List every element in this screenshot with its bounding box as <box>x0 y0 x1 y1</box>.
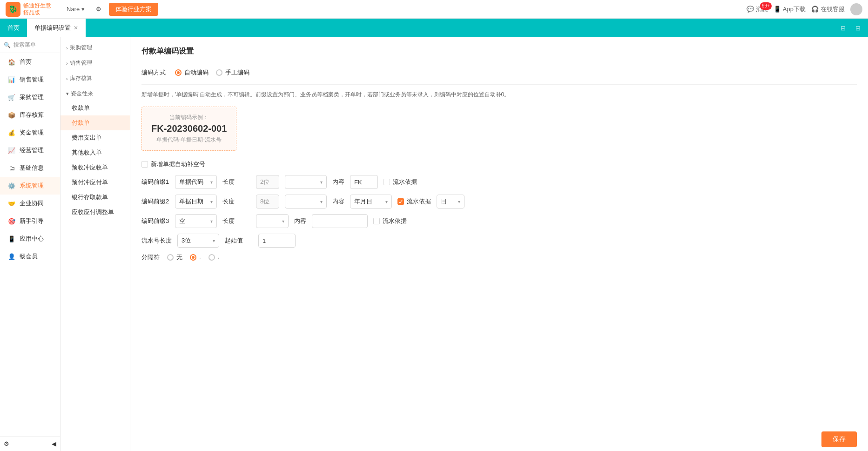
separator-dot-radio-circle <box>190 254 196 261</box>
serial-length-select[interactable]: 3位 <box>177 234 219 248</box>
sub-group-capital-header[interactable]: ▾ 资金往来 <box>61 87 130 101</box>
auto-encode-radio[interactable]: 自动编码 <box>175 68 209 77</box>
trial-button[interactable]: 体验行业方案 <box>109 3 158 16</box>
sub-group-purchase-header[interactable]: › 采购管理 <box>61 41 130 54</box>
sub-item-other-income[interactable]: 其他收入单 <box>61 145 130 160</box>
company-selector[interactable]: Nare <box>63 4 88 14</box>
length1-unit-select[interactable] <box>285 175 327 189</box>
separator-dot-radio[interactable]: · <box>190 254 201 261</box>
sub-item-prepay-receivable[interactable]: 预收冲应收单 <box>61 160 130 175</box>
sub-group-sales-header[interactable]: › 销售管理 <box>61 56 130 70</box>
sidebar-item-home[interactable]: 🏠 首页 <box>0 53 60 71</box>
serial2-checkbox[interactable]: ✓ <box>397 198 404 205</box>
serial1-checkbox-label[interactable]: 流水依据 <box>384 178 417 186</box>
length2-unit-select[interactable] <box>285 195 327 209</box>
nav-minimize-button[interactable]: ⊟ <box>836 21 849 34</box>
prefix2-label: 编码前缀2 <box>141 197 169 206</box>
settings-button[interactable]: ⚙ <box>92 3 105 16</box>
start-value-label: 起始值 <box>225 236 253 245</box>
content2-chevron-icon <box>385 199 388 204</box>
sub-group-inventory-header[interactable]: › 库存核算 <box>61 72 130 85</box>
basic-icon: 🗂 <box>7 164 16 172</box>
finance-icon: 💰 <box>7 128 16 137</box>
start-value-input[interactable]: 1 <box>258 234 296 248</box>
tab-close-icon[interactable]: ✕ <box>74 25 78 31</box>
sidebar-search[interactable]: 🔍 搜索菜单 <box>0 37 60 53</box>
app-download-button[interactable]: 📱 App下载 <box>774 5 806 13</box>
serial3-checkbox-label[interactable]: 流水依据 <box>373 217 407 225</box>
chevron-right-icon2: › <box>66 61 68 66</box>
message-badge: 99+ <box>760 2 772 10</box>
code-preview-box: 当前编码示例： FK-20230602-001 单据代码-单据日期-流水号 <box>141 107 236 151</box>
bottom-bar: 保存 <box>130 427 868 451</box>
manual-encode-radio[interactable]: 手工编码 <box>216 68 249 77</box>
sidebar-item-basic[interactable]: 🗂 基础信息 <box>0 159 60 177</box>
online-service-button[interactable]: 🎧 在线客服 <box>811 5 845 13</box>
sub-sidebar: › 采购管理 › 销售管理 › 库存核算 ▾ 资金往来 收款单 付款单 费用支出… <box>61 37 130 451</box>
system-icon: ⚙️ <box>7 182 16 190</box>
sidebar-item-sales[interactable]: 📊 销售管理 <box>0 71 60 88</box>
headset-icon: 🎧 <box>811 6 819 13</box>
sidebar-item-purchase[interactable]: 🛒 采购管理 <box>0 88 60 106</box>
sidebar-item-system[interactable]: ⚙️ 系统管理 <box>0 177 60 195</box>
separator-none-radio-circle <box>167 254 174 261</box>
serial-length-chevron-icon <box>213 238 215 243</box>
page-title: 付款单编码设置 <box>141 47 857 56</box>
content2-select[interactable]: 年月日 <box>350 195 392 209</box>
separator-dash-radio[interactable]: · <box>209 254 220 261</box>
nav-expand-button[interactable]: ⊞ <box>851 21 864 34</box>
serial2-unit-select[interactable]: 日 <box>437 195 464 209</box>
separator-none-radio[interactable]: 无 <box>167 253 182 262</box>
logo-icon: 🐉 <box>6 2 20 17</box>
content1-input[interactable]: FK <box>350 175 378 189</box>
sub-item-expense[interactable]: 费用支出单 <box>61 130 130 145</box>
sub-group-capital: ▾ 资金往来 收款单 付款单 费用支出单 其他收入单 预收冲应收单 预付冲应付单… <box>61 87 130 220</box>
sales-icon: 📊 <box>7 75 16 84</box>
sub-item-prepay-payable[interactable]: 预付冲应付单 <box>61 175 130 190</box>
sub-item-receipt[interactable]: 收款单 <box>61 101 130 115</box>
sidebar-item-inventory[interactable]: 📦 库存核算 <box>0 106 60 124</box>
serial1-checkbox[interactable] <box>384 179 390 185</box>
prefix2-select[interactable]: 单据日期 <box>175 195 217 209</box>
search-icon: 🔍 <box>4 42 11 48</box>
sidebar-collapse-icon[interactable]: ◀ <box>52 440 56 447</box>
code-preview-value: FK-20230602-001 <box>151 123 227 134</box>
form-row-serial: 流水号长度 3位 起始值 1 <box>141 234 857 248</box>
save-button[interactable]: 保存 <box>821 431 857 447</box>
serial2-checkbox-label[interactable]: ✓ 流水依据 <box>397 197 431 206</box>
sub-item-bank-deposit[interactable]: 银行存取款单 <box>61 190 130 205</box>
auto-fill-checkbox[interactable] <box>141 161 148 168</box>
content-inner: 付款单编码设置 编码方式 自动编码 手工编码 新增单据时，'单据编码'自动生成，… <box>130 37 868 451</box>
sidebar-settings-icon[interactable]: ⚙ <box>4 440 9 447</box>
enterprise-icon: 🤝 <box>7 199 16 208</box>
sidebar-item-guide[interactable]: 🎯 新手引导 <box>0 212 60 230</box>
length3-unit-select[interactable] <box>256 214 289 228</box>
sidebar-bottom: ⚙ ◀ <box>0 436 60 451</box>
tab-home[interactable]: 首页 <box>0 19 27 37</box>
appcenter-icon: 📱 <box>7 235 16 243</box>
encode-method-row: 编码方式 自动编码 手工编码 <box>141 64 857 85</box>
content3-input[interactable] <box>312 214 368 228</box>
sub-group-sales: › 销售管理 <box>61 56 130 70</box>
sub-item-payment[interactable]: 付款单 <box>61 115 130 130</box>
separator-dash-radio-circle <box>209 254 215 261</box>
sidebar: 🔍 搜索菜单 🏠 首页 📊 销售管理 🛒 采购管理 📦 库存核算 💰 资金管理 … <box>0 37 61 451</box>
sidebar-item-appcenter[interactable]: 📱 应用中心 <box>0 230 60 248</box>
serial3-checkbox[interactable] <box>373 218 380 224</box>
form-row-prefix2: 编码前缀2 单据日期 长度 8位 内容 年月日 ✓ <box>141 195 857 209</box>
tab-serial-setting[interactable]: 单据编码设置 ✕ <box>27 19 86 37</box>
sidebar-item-finance[interactable]: 💰 资金管理 <box>0 124 60 141</box>
prefix1-select[interactable]: 单据代码 <box>175 175 217 189</box>
message-button[interactable]: 💬 消息 99+ <box>747 5 768 13</box>
sub-group-purchase: › 采购管理 <box>61 41 130 54</box>
top-bar: 🐉 畅通好生意 搭品版 Nare ⚙ 体验行业方案 💬 消息 99+ 📱 App… <box>0 0 868 19</box>
sidebar-item-member[interactable]: 👤 畅会员 <box>0 248 60 265</box>
prefix3-select[interactable]: 空 <box>175 214 217 228</box>
sub-item-receivable-adjust[interactable]: 应收应付调整单 <box>61 205 130 220</box>
form-row-prefix1: 编码前缀1 单据代码 长度 2位 内容 FK 流水依据 <box>141 175 857 189</box>
chevron-down-icon <box>81 6 85 13</box>
user-avatar[interactable] <box>850 3 862 15</box>
sidebar-item-enterprise[interactable]: 🤝 企业协同 <box>0 195 60 212</box>
sidebar-item-operation[interactable]: 📈 经营管理 <box>0 141 60 159</box>
encode-radio-group: 自动编码 手工编码 <box>175 68 249 77</box>
